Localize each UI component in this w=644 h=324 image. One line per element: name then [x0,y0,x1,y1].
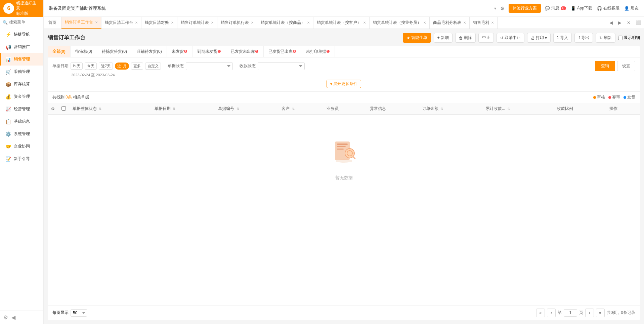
ship-quick-btn[interactable]: 发货 [624,94,635,100]
select-all-checkbox[interactable] [61,106,66,111]
col-config[interactable]: ⚙ [48,103,58,115]
show-detail-label[interactable]: 显示明细 [618,35,640,41]
app-download-btn[interactable]: 📱 App下载 [571,5,592,11]
config-icon[interactable]: ⚙ [51,107,55,111]
date-custom-btn[interactable]: 自定义 [145,63,161,70]
sidebar-item-system[interactable]: ⚙️ 系统管理 [0,128,43,140]
filter-tab-not-shipped[interactable]: 未发货❶ [167,46,192,57]
user-icon: 👤 [624,6,629,11]
last-page-btn[interactable]: » [596,309,605,317]
sidebar-item-finance[interactable]: 💰 资金管理 [0,90,43,103]
collection-select[interactable] [258,62,305,70]
sidebar-item-basic-info[interactable]: 📋 基础信息 [0,115,43,128]
tab-close-sales-gross[interactable]: ✕ [491,21,494,25]
sidebar-item-inventory[interactable]: 📦 库存核算 [0,78,43,90]
audit-quick-btn[interactable]: 审核 [593,94,605,100]
tab-next-btn[interactable]: ▶ [615,17,624,29]
tab-maximize-btn[interactable]: ⬜ [633,17,644,29]
first-page-btn[interactable]: « [536,309,545,317]
table-scroll-area[interactable]: ⚙ 单据整体状态 ⇅ 单据日期 ⇅ 单据编号 ⇅ 客户 ⇅ 业务员 异常信息 订 [48,103,640,305]
tab-close-stats-customer[interactable]: ✕ [363,21,366,25]
tab-close-gross-margin[interactable]: ✕ [463,21,466,25]
filter-tab-all[interactable]: 全部(0) [48,46,71,57]
collapse-sidebar-btn[interactable]: ◀ [11,314,15,321]
settings-footer-btn[interactable]: ⚙ [3,314,8,321]
tab-close-order-exec[interactable]: ✕ [251,21,254,25]
filter-tab-wangpu[interactable]: 旺铺待发货(0) [132,46,167,57]
tab-gross-margin[interactable]: 商品毛利分析表 ✕ [430,17,470,29]
page-header: 销售订单工作台 ★ 智能生单 + 新增 🗑 删除 中止 ↺ 取消中止 🖨 [48,33,640,43]
date-today-btn[interactable]: 今天 [85,63,97,70]
user-menu[interactable]: 👤 用友 [624,5,639,11]
show-detail-checkbox[interactable] [618,36,622,40]
industry-btn[interactable]: 体验行业方案 [509,4,541,13]
sidebar-search[interactable]: 🔍 搜索菜单 [0,17,43,28]
sort-amount-icon[interactable]: ⇅ [440,107,443,111]
filter-tab-not-printed[interactable]: 未打印单据❶ [301,46,335,57]
tab-sales-stats-staff[interactable]: 销货单统计表（按业务员） ✕ [370,17,430,29]
sidebar-item-quick-nav[interactable]: ⚡ 快捷导航 [0,28,43,41]
smart-create-btn[interactable]: ★ 智能生单 [403,33,431,43]
stop-btn[interactable]: 中止 [478,33,494,43]
tab-close-stats-product[interactable]: ✕ [307,21,310,25]
date-more-btn[interactable]: 更多 [131,63,143,70]
tab-sales-stats-customer[interactable]: 销货单统计表（按客户） ✕ [313,17,370,29]
tab-close-sales-order[interactable]: ✕ [95,21,98,24]
tab-cash-daily[interactable]: 钱货日清工作台 ✕ [101,17,141,29]
tab-prev-btn[interactable]: ◀ [607,17,615,29]
sort-cumulative-icon[interactable]: ⇅ [507,107,510,111]
date-yesterday-btn[interactable]: 昨天 [71,63,83,70]
query-btn[interactable]: 查询 [595,61,615,71]
tab-home[interactable]: 首页 [44,17,61,29]
expand-btn[interactable]: ▾ 展开更多条件 [327,80,361,88]
filter-tab-pending-inspect[interactable]: 待拣货验货(0) [97,46,132,57]
sort-number-icon[interactable]: ⇅ [237,107,239,111]
refresh-btn[interactable]: ↻ 刷新 [596,33,615,43]
settings-icon[interactable]: ⚙ [500,6,505,11]
delete-btn[interactable]: 🗑 删除 [455,33,476,43]
prev-page-btn[interactable]: ‹ [547,309,556,317]
date-1month-btn[interactable]: 近1月 [115,63,129,70]
sidebar-item-guide[interactable]: 📝 新手引导 [0,153,43,165]
date-7days-btn[interactable]: 近7天 [99,63,113,70]
date-label: 单据日期 [52,63,69,69]
tab-close-all-btn[interactable]: ✕ [624,17,633,29]
cancel-audit-quick-btn[interactable]: 弃审 [608,94,620,100]
tab-close-cash-reconcile[interactable]: ✕ [171,21,174,25]
add-btn[interactable]: + 新增 [434,33,453,43]
col-checkbox[interactable] [58,103,69,115]
filter-settings-btn[interactable]: 设置 [617,61,635,71]
sort-customer-icon[interactable]: ⇅ [292,107,295,111]
sidebar-item-marketing[interactable]: 📢 营销推广 [0,41,43,53]
sidebar-item-enterprise[interactable]: 🤝 企业协同 [0,140,43,153]
message-btn[interactable]: 💬 消息 6 [545,5,566,11]
tab-sales-order-exec[interactable]: 销售订单执行表 ✕ [217,17,257,29]
page-number-input[interactable] [564,309,577,317]
filter-tab-shipped-out[interactable]: 已发货已出库❶ [264,46,301,57]
tab-close-stats-staff[interactable]: ✕ [423,21,426,25]
print-btn[interactable]: 🖨 打印 ▾ [527,33,551,43]
next-page-btn[interactable]: › [585,309,594,317]
filter-tab-shipped-not-in[interactable]: 已发货未出库❶ [226,46,264,57]
tab-sales-gross[interactable]: 销售毛利 ✕ [470,17,498,29]
export-btn[interactable]: ⤴ 导出 [574,33,593,43]
data-table: ⚙ 单据整体状态 ⇅ 单据日期 ⇅ 单据编号 ⇅ 客户 ⇅ 业务员 异常信息 订 [48,103,640,115]
sort-date-icon[interactable]: ⇅ [173,107,175,111]
page-size-select[interactable]: 10 20 50 100 [71,309,87,317]
tab-close-cash-daily[interactable]: ✕ [135,21,138,25]
tab-sales-stats-product[interactable]: 销货单统计表（按商品） ✕ [257,17,313,29]
filter-tab-expired[interactable]: 到期未发货❶ [192,46,226,57]
sidebar-item-sales[interactable]: 📊 销售管理 [0,53,43,66]
tab-close-sales-stats[interactable]: ✕ [211,21,214,25]
import-btn[interactable]: ⤵ 导入 [553,33,572,43]
online-service-btn[interactable]: 🎧 在线客服 [597,5,619,11]
sidebar-item-purchase[interactable]: 🛒 采购管理 [0,66,43,78]
cancel-stop-btn[interactable]: ↺ 取消中止 [497,33,524,43]
tab-sales-order-stats[interactable]: 销售订单统计表 ✕ [177,17,217,29]
tab-cash-reconcile[interactable]: 钱货日清对账 ✕ [141,17,177,29]
filter-tab-pending-audit[interactable]: 待审核(0) [71,46,97,57]
sort-status-icon[interactable]: ⇅ [99,107,101,111]
status-select[interactable] [186,62,233,70]
tab-sales-order-workbench[interactable]: 销售订单工作台 ✕ [61,17,101,29]
sidebar-item-operations[interactable]: 📈 经营管理 [0,103,43,115]
